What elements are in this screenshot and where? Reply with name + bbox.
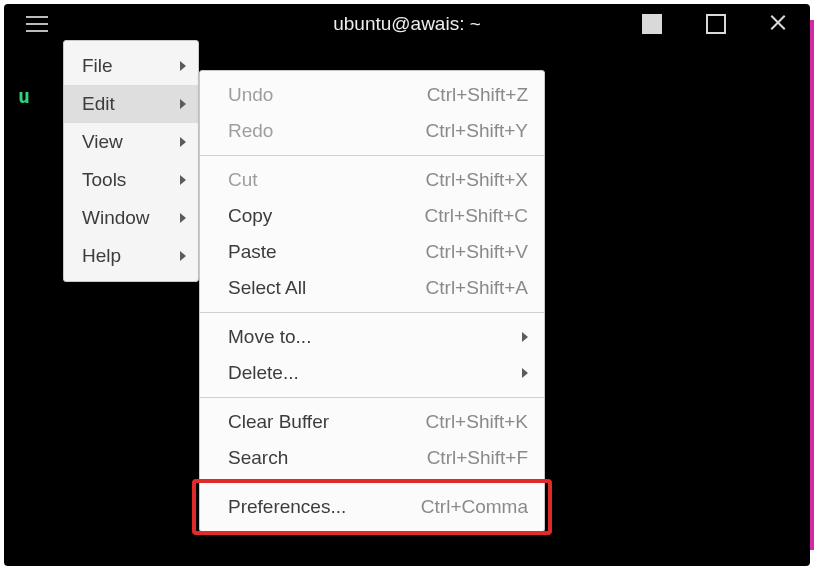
menu-item-edit[interactable]: Edit [64,85,198,123]
edit-menu-item-move-to[interactable]: Move to... [200,319,544,355]
menu-item-label: Clear Buffer [228,411,329,433]
menu-item-accelerator: Ctrl+Shift+C [425,205,528,227]
chevron-right-icon [522,332,528,342]
menu-separator [200,312,544,313]
menu-item-label: Preferences... [228,496,346,518]
menu-item-label: Cut [228,169,258,191]
menu-item-window[interactable]: Window [64,199,198,237]
window-controls [642,14,790,34]
edit-menu-item-copy[interactable]: CopyCtrl+Shift+C [200,198,544,234]
minimize-button[interactable] [642,14,662,34]
menu-item-label: Paste [228,241,277,263]
menu-item-file[interactable]: File [64,47,198,85]
edit-menu-item-select-all[interactable]: Select AllCtrl+Shift+A [200,270,544,306]
menu-item-label: Delete... [228,362,299,384]
chevron-right-icon [522,368,528,378]
chevron-right-icon [180,137,186,147]
terminal-prompt[interactable]: u [18,84,30,108]
maximize-button[interactable] [706,14,726,34]
menu-item-accelerator: Ctrl+Shift+K [426,411,528,433]
edit-menu-item-undo: UndoCtrl+Shift+Z [200,77,544,113]
menu-item-label: Window [82,207,150,229]
menu-item-label: Tools [82,169,126,191]
menu-item-accelerator: Ctrl+Shift+V [426,241,528,263]
edit-menu-item-paste[interactable]: PasteCtrl+Shift+V [200,234,544,270]
menu-item-label: File [82,55,113,77]
window-title: ubuntu@awais: ~ [333,13,481,35]
menu-separator [200,482,544,483]
menu-item-label: Undo [228,84,273,106]
menu-item-label: View [82,131,123,153]
menu-separator [200,397,544,398]
menu-item-label: Help [82,245,121,267]
menu-separator [200,155,544,156]
edit-menu-item-redo: RedoCtrl+Shift+Y [200,113,544,149]
menu-item-label: Search [228,447,288,469]
menu-item-accelerator: Ctrl+Shift+A [426,277,528,299]
edit-menu-item-delete[interactable]: Delete... [200,355,544,391]
edit-menu-item-cut: CutCtrl+Shift+X [200,162,544,198]
menu-item-help[interactable]: Help [64,237,198,275]
main-menu: FileEditViewToolsWindowHelp [63,40,199,282]
menu-item-accelerator: Ctrl+Comma [421,496,528,518]
menu-item-accelerator: Ctrl+Shift+Z [427,84,528,106]
chevron-right-icon [180,251,186,261]
menu-item-accelerator: Ctrl+Shift+F [427,447,528,469]
close-button[interactable] [770,14,790,34]
hamburger-menu-icon[interactable] [26,16,48,32]
menu-item-label: Edit [82,93,115,115]
chevron-right-icon [180,99,186,109]
menu-item-label: Copy [228,205,272,227]
edit-submenu: UndoCtrl+Shift+ZRedoCtrl+Shift+YCutCtrl+… [199,70,545,532]
chevron-right-icon [180,175,186,185]
chevron-right-icon [180,61,186,71]
decorative-edge [810,20,814,550]
menu-item-label: Select All [228,277,306,299]
menu-item-label: Move to... [228,326,311,348]
menu-item-view[interactable]: View [64,123,198,161]
menu-item-accelerator: Ctrl+Shift+Y [426,120,528,142]
menu-item-tools[interactable]: Tools [64,161,198,199]
menu-item-accelerator: Ctrl+Shift+X [426,169,528,191]
edit-menu-item-preferences[interactable]: Preferences...Ctrl+Comma [200,489,544,525]
titlebar: ubuntu@awais: ~ [4,4,810,44]
edit-menu-item-search[interactable]: SearchCtrl+Shift+F [200,440,544,476]
menu-item-label: Redo [228,120,273,142]
terminal-window: ubuntu@awais: ~ u FileEditViewToolsWindo… [4,4,810,566]
edit-menu-item-clear-buffer[interactable]: Clear BufferCtrl+Shift+K [200,404,544,440]
chevron-right-icon [180,213,186,223]
